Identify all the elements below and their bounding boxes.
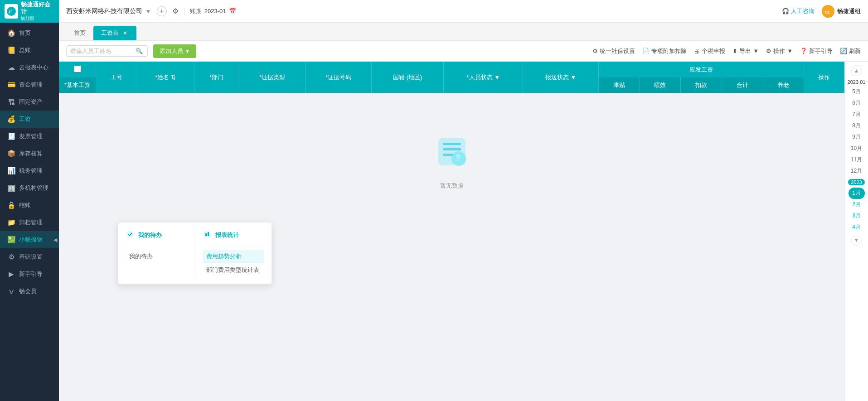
sidebar-item-home[interactable]: 🏠 首页 <box>0 24 59 42</box>
svg-point-10 <box>126 231 134 238</box>
new-guide-action[interactable]: ❓ 新手引导 <box>800 47 833 55</box>
th-dept: *部门 <box>194 62 239 93</box>
th-allowance: 津贴 <box>598 77 640 93</box>
help-button[interactable]: 🎧 人工咨询 <box>782 7 815 15</box>
timeline-prev-button[interactable]: ▲ <box>851 65 862 76</box>
sidebar-item-multi[interactable]: 🏢 多机构管理 <box>0 179 59 197</box>
sidebar: 好 畅捷通好会计 旗舰版 🏠 首页 📒 总账 ☁ 云报表中心 💳 资金管理 <box>0 0 59 401</box>
sidebar-item-inventory[interactable]: 📦 库存核算 <box>0 145 59 162</box>
member-icon: V <box>7 287 15 295</box>
refresh-action[interactable]: 🔄 刷新 <box>840 47 861 55</box>
headset-icon: 🎧 <box>782 8 789 14</box>
timeline-month-8[interactable]: 8月 <box>845 120 868 131</box>
th-employee-id: 工号 <box>96 62 137 93</box>
tab-salary-label: 工资表 <box>101 29 119 37</box>
tab-salary-close[interactable]: ✕ <box>121 29 129 37</box>
content-area: 🔍 添加人员 ▼ ⚙ 统一社保设置 📄 专项附加扣除 <box>59 41 868 401</box>
timeline-month-6[interactable]: 6月 <box>845 97 868 109</box>
logo-icon: 好 <box>5 4 18 19</box>
salary-icon: 💰 <box>7 115 15 123</box>
sidebar-item-archive[interactable]: 📁 归档管理 <box>0 214 59 231</box>
sidebar-item-member-label: 畅会员 <box>19 287 37 295</box>
add-person-button[interactable]: 添加人员 ▼ <box>153 44 196 58</box>
timeline-month-3[interactable]: 3月 <box>845 210 868 222</box>
svg-rect-5 <box>443 143 461 145</box>
th-report-status: 报送状态 ▼ <box>523 62 598 93</box>
sidebar-item-member[interactable]: V 畅会员 <box>0 283 59 300</box>
sidebar-item-guide[interactable]: ▶ 新手引导 <box>0 266 59 283</box>
timeline-month-7[interactable]: 7月 <box>845 109 868 120</box>
table-header-row1: 工号 *姓名 ⇅ *部门 *证据类型 *证据号码 国籍 (地区) *人员状态 ▼… <box>59 62 844 77</box>
add-company-button[interactable]: + <box>157 6 167 16</box>
sidebar-item-invoice[interactable]: 🧾 发票管理 <box>0 128 59 145</box>
current-year-badge: 2023 <box>848 179 864 185</box>
company-selector[interactable]: 西安虾米网络科技有限公司 ▼ <box>66 7 151 15</box>
sidebar-item-home-label: 首页 <box>19 29 31 37</box>
sidebar-item-basic[interactable]: ⚙ 基础设置 <box>0 248 59 266</box>
th-personnel-status: *人员状态 ▼ <box>444 62 523 93</box>
add-person-dropdown-icon: ▼ <box>185 48 190 54</box>
settings-button[interactable]: ⚙ <box>172 7 179 15</box>
th-operation: 操作 <box>804 62 844 93</box>
toolbar: 🔍 添加人员 ▼ ⚙ 统一社保设置 📄 专项附加扣除 <box>59 41 868 62</box>
empty-icon: ? <box>429 129 475 174</box>
timeline-month-10[interactable]: 10月 <box>845 143 868 154</box>
th-checkbox[interactable] <box>59 62 96 77</box>
inventory-icon: 📦 <box>7 150 15 158</box>
user-menu[interactable]: CE 畅捷通组 <box>822 5 861 18</box>
tab-home[interactable]: 首页 <box>66 26 93 40</box>
timeline-month-12[interactable]: 12月 <box>845 165 868 177</box>
timeline-month-1[interactable]: 1月 <box>849 188 865 199</box>
search-input[interactable] <box>70 48 134 54</box>
timeline-next-button[interactable]: ▼ <box>851 235 862 246</box>
sidebar-item-close[interactable]: 🔒 结账 <box>0 197 59 214</box>
timeline-month-9[interactable]: 9月 <box>845 131 868 143</box>
popup-section1-header: 我的待办 <box>126 230 188 244</box>
timeline-month-4[interactable]: 4月 <box>845 222 868 233</box>
todo-icon <box>126 230 135 240</box>
empty-text: 暂无数据 <box>440 182 464 190</box>
th-performance: 绩效 <box>640 77 681 93</box>
sidebar-item-fund[interactable]: 💳 资金管理 <box>0 76 59 93</box>
sidebar-item-tax[interactable]: 📊 税务管理 <box>0 162 59 179</box>
sidebar-nav: 🏠 首页 📒 总账 ☁ 云报表中心 💳 资金管理 🏗 固定资产 💰 工资 <box>0 23 59 401</box>
company-name: 西安虾米网络科技有限公司 <box>66 7 142 15</box>
tax-report-action[interactable]: 🖨 个税申报 <box>694 47 725 55</box>
th-pension: 养老 <box>763 77 804 93</box>
operation-action[interactable]: ⚙ 操作 ▼ <box>766 47 793 55</box>
tab-salary[interactable]: 工资表 ✕ <box>93 26 136 40</box>
th-base-salary: *基本工资 <box>59 77 96 93</box>
popup-col-1: 我的待办 我的待办 <box>126 230 188 277</box>
sidebar-item-cloud[interactable]: ☁ 云报表中心 <box>0 59 59 76</box>
sidebar-item-ledger-label: 总账 <box>19 46 31 54</box>
popup-section2-header: 报表统计 <box>203 230 265 244</box>
sidebar-item-assets[interactable]: 🏗 固定资产 <box>0 93 59 111</box>
sidebar-item-inventory-label: 库存核算 <box>19 150 43 158</box>
timeline-month-5[interactable]: 5月 <box>845 86 868 97</box>
popup-item-my-todo[interactable]: 我的待办 <box>126 250 188 263</box>
app-name: 畅捷通好会计 <box>21 1 54 15</box>
timeline-month-2[interactable]: 2月 <box>845 199 868 210</box>
sidebar-item-salary[interactable]: 💰 工资 <box>0 111 59 128</box>
timeline-month-11[interactable]: 11月 <box>845 154 868 165</box>
export-action[interactable]: ⬆ 导出 ▼ <box>732 47 759 55</box>
popup-section2-title: 报表统计 <box>215 231 239 239</box>
social-security-action[interactable]: ⚙ 统一社保设置 <box>592 47 635 55</box>
operation-icon: ⚙ <box>766 48 771 54</box>
select-all-checkbox[interactable] <box>74 65 81 72</box>
popup-item-cost-trend[interactable]: 费用趋势分析 <box>203 250 265 263</box>
sidebar-item-basic-label: 基础设置 <box>19 253 43 261</box>
app-edition: 旗舰版 <box>21 15 54 22</box>
calendar-icon[interactable]: 📅 <box>229 8 236 14</box>
toolbar-actions: ⚙ 统一社保设置 📄 专项附加扣除 🖨 个税申报 ⬆ 导出 ▼ <box>592 47 861 55</box>
xiaochang-icon: 💹 <box>7 236 15 244</box>
deduction-action[interactable]: 📄 专项附加扣除 <box>642 47 687 55</box>
xiaochang-arrow: ◀ <box>53 237 57 243</box>
popup-item-dept-cost[interactable]: 部门费用类型统计表 <box>203 263 265 277</box>
export-icon: ⬆ <box>732 48 737 54</box>
topbar-divider <box>184 7 184 16</box>
sidebar-item-xiaochang[interactable]: 💹 小畅报销 ◀ <box>0 231 59 248</box>
sidebar-item-ledger[interactable]: 📒 总账 <box>0 42 59 59</box>
tabbar: 首页 工资表 ✕ <box>59 23 868 41</box>
search-box[interactable]: 🔍 <box>66 45 148 57</box>
